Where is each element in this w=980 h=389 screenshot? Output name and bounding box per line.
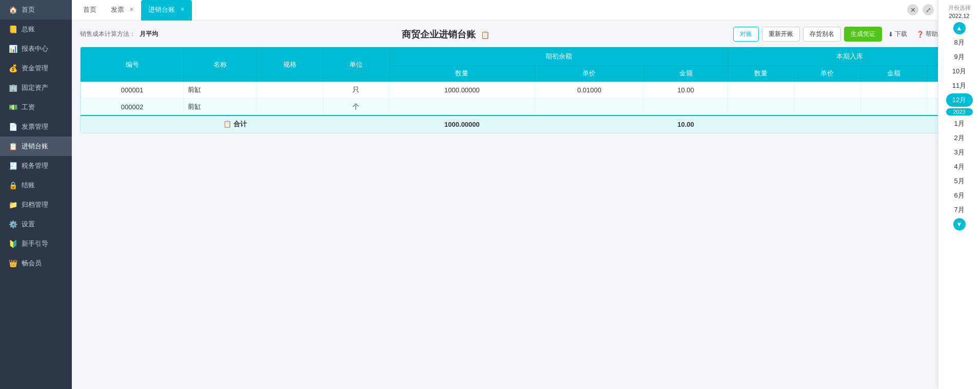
col-header-spec: 规格 [257, 48, 323, 82]
tab-invoice-close[interactable]: ✕ [129, 6, 134, 13]
cell-init-amount: 10.00 [643, 82, 728, 99]
help-icon: ❓ [916, 31, 924, 38]
download-button[interactable]: ⬇ 下载 [885, 28, 910, 41]
close-window-button[interactable]: ✕ [907, 4, 918, 15]
help-button[interactable]: ❓ 帮助 [913, 28, 941, 41]
sidebar-item-purchase-sales[interactable]: 📋 进销台账 [0, 137, 72, 156]
sidebar-item-label: 设置 [22, 220, 35, 229]
cell-total-init-price [535, 115, 643, 133]
month-item-11[interactable]: 11月 [946, 79, 973, 92]
sidebar-item-archive[interactable]: 📁 归档管理 [0, 195, 72, 215]
total-icon: 📋 [223, 120, 231, 128]
download-icon: ⬇ [888, 31, 893, 38]
table-row: 000002 前缸 个 [81, 99, 971, 116]
cell-in-price [794, 99, 860, 116]
col-header-init-amount: 金额 [643, 66, 728, 82]
reopen-button[interactable]: 重新开账 [762, 27, 800, 42]
sidebar-item-home[interactable]: 🏠 首页 [0, 0, 72, 20]
sidebar-item-label: 首页 [22, 5, 35, 14]
col-header-unit: 单位 [323, 48, 389, 82]
info-icon[interactable]: 📋 [481, 31, 489, 39]
month-item-4[interactable]: 4月 [946, 160, 973, 173]
cell-total-label: 📋合计 [81, 115, 389, 133]
sidebar-item-settings[interactable]: ⚙️ 设置 [0, 215, 72, 234]
month-nav-up[interactable]: ▲ [953, 22, 966, 34]
cell-total-in-amount [860, 115, 927, 133]
month-panel-title: 月份选择 [948, 4, 971, 12]
main-table: 编号 名称 规格 单位 期初余额 本期入库 数量 单价 金额 数量 单价 金额 [81, 47, 971, 133]
month-nav-down[interactable]: ▼ [953, 218, 966, 230]
reports-icon: 📊 [8, 45, 17, 53]
col-header-initial-balance: 期初余额 [389, 48, 728, 66]
col-header-in-amount: 金额 [860, 66, 927, 82]
month-item-9[interactable]: 9月 [946, 50, 973, 64]
cell-total-in-price [794, 115, 860, 133]
tab-purchase-sales-close[interactable]: ✕ [180, 6, 185, 13]
tab-home-label: 首页 [83, 5, 96, 14]
cell-in-qty [728, 99, 794, 116]
sidebar-item-close[interactable]: 🔒 结账 [0, 176, 72, 195]
save-alias-button[interactable]: 存货别名 [803, 27, 841, 42]
month-item-5[interactable]: 5月 [946, 174, 973, 188]
sidebar-item-salary[interactable]: 💵 工资 [0, 98, 72, 117]
sidebar-item-ledger[interactable]: 📒 总账 [0, 20, 72, 39]
tab-invoice[interactable]: 发票 ✕ [104, 0, 141, 21]
table-header-row-1: 编号 名称 规格 单位 期初余额 本期入库 [81, 48, 971, 66]
cell-total-init-amount: 10.00 [643, 115, 728, 133]
sidebar-item-guide[interactable]: 🔰 新手引导 [0, 234, 72, 254]
sidebar-item-label: 进销台账 [22, 142, 48, 151]
page-title: 商贸企业进销台账 📋 [162, 28, 729, 41]
tab-bar: 首页 发票 ✕ 进销台账 ✕ [72, 0, 980, 21]
col-header-name: 名称 [184, 48, 257, 82]
reconcile-button[interactable]: 对账 [733, 27, 759, 42]
month-item-1[interactable]: 1月 [946, 117, 973, 130]
close-accounts-icon: 🔒 [8, 181, 17, 189]
sidebar-item-member[interactable]: 👑 畅会员 [0, 254, 72, 273]
cell-id: 000001 [81, 82, 184, 99]
main-area: 首页 发票 ✕ 进销台账 ✕ 销售成本计算方法： 月平均 商贸企业进销台账 📋 … [72, 0, 980, 389]
sidebar-item-funds[interactable]: 💰 资金管理 [0, 59, 72, 78]
maximize-window-button[interactable]: ⤢ [923, 4, 934, 15]
month-item-8[interactable]: 8月 [946, 36, 973, 49]
cell-total-init-qty: 1000.00000 [389, 115, 535, 133]
month-item-7[interactable]: 7月 [946, 203, 973, 217]
tab-purchase-sales[interactable]: 进销台账 ✕ [141, 0, 192, 21]
month-item-10[interactable]: 10月 [946, 65, 973, 78]
month-item-3[interactable]: 3月 [946, 146, 973, 159]
window-controls: ✕ ⤢ [907, 4, 934, 15]
tab-invoice-label: 发票 [111, 5, 124, 14]
col-header-init-qty: 数量 [389, 66, 535, 82]
invoice-mgmt-icon: 📄 [8, 123, 17, 131]
tax-icon: 🧾 [8, 162, 17, 170]
main-table-wrap: 编号 名称 规格 单位 期初余额 本期入库 数量 单价 金额 数量 单价 金额 [80, 47, 972, 133]
cell-init-qty: 1000.00000 [389, 82, 535, 99]
cell-name: 前缸 [184, 82, 257, 99]
month-panel-year-2022: 2022.12 [949, 13, 970, 19]
salary-icon: 💵 [8, 103, 17, 111]
content-area: 销售成本计算方法： 月平均 商贸企业进销台账 📋 对账 重新开账 存货别名 生成… [72, 21, 980, 389]
tab-purchase-sales-label: 进销台账 [148, 5, 175, 14]
purchase-sales-icon: 📋 [8, 142, 17, 150]
sidebar-item-reports[interactable]: 📊 报表中心 [0, 39, 72, 59]
cell-init-price [535, 99, 643, 116]
cell-total-in-qty [728, 115, 794, 133]
generate-voucher-button[interactable]: 生成凭证 [844, 27, 882, 42]
cell-init-qty [389, 99, 535, 116]
content-header: 销售成本计算方法： 月平均 商贸企业进销台账 📋 对账 重新开账 存货别名 生成… [80, 27, 972, 42]
col-header-in-qty: 数量 [728, 66, 794, 82]
table-row: 000001 前缸 只 1000.00000 0.01000 10.00 [81, 82, 971, 99]
year-badge-2023: 2023 [946, 108, 973, 115]
cost-method-value: 月平均 [140, 30, 158, 38]
month-item-2[interactable]: 2月 [946, 131, 973, 145]
sidebar-item-label: 报表中心 [22, 44, 48, 53]
col-header-this-period-in: 本期入库 [728, 48, 971, 66]
cell-in-amount [860, 82, 927, 99]
sidebar-item-assets[interactable]: 🏢 固定资产 [0, 78, 72, 98]
sidebar-item-label: 税务管理 [22, 161, 48, 170]
month-item-12[interactable]: 12月 [946, 93, 973, 107]
cell-spec [257, 99, 323, 116]
tab-home[interactable]: 首页 [76, 0, 104, 21]
sidebar-item-invoice-mgmt[interactable]: 📄 发票管理 [0, 117, 72, 137]
month-item-6[interactable]: 6月 [946, 189, 973, 202]
sidebar-item-tax[interactable]: 🧾 税务管理 [0, 156, 72, 176]
